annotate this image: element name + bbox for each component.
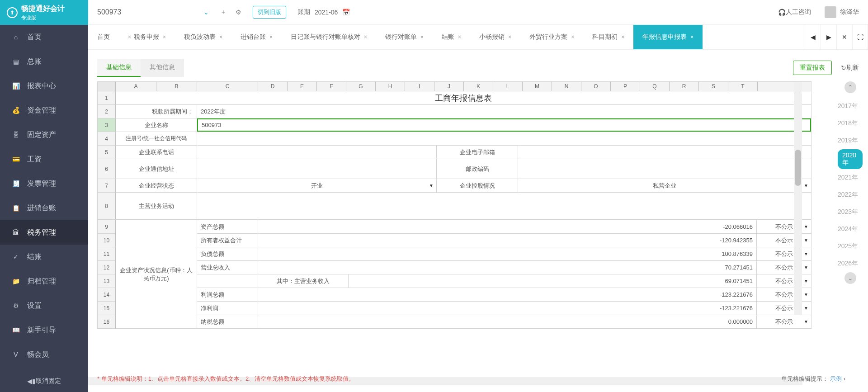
col-header[interactable]: B (156, 82, 197, 91)
status-select[interactable]: 开业▼ (197, 179, 437, 192)
nav-psi[interactable]: 📋进销台账 (0, 196, 88, 220)
nav-settings[interactable]: ⚙设置 (0, 293, 88, 318)
fin-value[interactable]: 70.271451 (258, 261, 757, 274)
fin-value[interactable]: 100.876339 (258, 247, 757, 260)
disclosure-select[interactable]: 不公示▼ (757, 288, 811, 301)
avatar[interactable] (825, 6, 836, 18)
tab-结账[interactable]: 结账× (433, 25, 470, 49)
nav-home[interactable]: ⌂首页 (0, 25, 88, 49)
calendar-icon[interactable]: 📅 (342, 9, 350, 16)
fin-value[interactable]: -120.942355 (258, 234, 757, 247)
disclosure-select[interactable]: 不公示▼ (757, 220, 811, 233)
tab-日记账与银行对账单核对[interactable]: 日记账与银行对账单核对× (282, 25, 376, 49)
nav-guide[interactable]: 📖新手引导 (0, 318, 88, 342)
year-down-icon[interactable]: ⌄ (844, 272, 856, 284)
example-link[interactable]: 示例 (830, 375, 842, 382)
year-option[interactable]: 2019年 (838, 132, 863, 149)
close-icon[interactable]: × (458, 34, 461, 40)
disclosure-select[interactable]: 不公示▼ (757, 302, 811, 315)
phone-input[interactable] (197, 146, 437, 159)
close-icon[interactable]: × (128, 34, 131, 40)
close-icon[interactable]: × (690, 34, 693, 40)
nav-tax[interactable]: 🏛税务管理 (0, 220, 88, 245)
col-header[interactable]: C (197, 82, 258, 91)
col-header[interactable]: R (670, 82, 699, 91)
rebuild-button[interactable]: 重置报表 (793, 61, 832, 75)
nav-archive[interactable]: 📁归档管理 (0, 269, 88, 293)
year-up-icon[interactable]: ⌃ (844, 81, 856, 93)
close-icon[interactable]: × (219, 34, 222, 40)
fin-value[interactable]: 0.000000 (258, 315, 757, 328)
tab-年报信息申报表[interactable]: 年报信息申报表× (633, 25, 703, 49)
tab-小畅报销[interactable]: 小畅报销× (470, 25, 520, 49)
disclosure-select[interactable]: 不公示▼ (757, 234, 811, 247)
close-icon[interactable]: × (508, 34, 511, 40)
username[interactable]: 徐泽华 (840, 8, 859, 16)
gear-icon[interactable]: ⚙ (236, 9, 241, 16)
tab-scroll-right[interactable]: ▶ (821, 25, 836, 49)
consult-button[interactable]: 🎧 人工咨询 (778, 8, 811, 16)
year-option[interactable]: 2023年 (838, 203, 863, 221)
nav-salary[interactable]: 💳工资 (0, 147, 88, 171)
company-name-input[interactable]: 500973 (197, 118, 811, 132)
subtab-other[interactable]: 其他信息 (141, 59, 184, 77)
doc-dropdown-icon[interactable]: ⌄ (203, 9, 209, 16)
close-icon[interactable]: × (621, 34, 624, 40)
close-icon[interactable]: × (163, 34, 166, 40)
nav-ledger[interactable]: ▤总账 (0, 49, 88, 74)
holding-select[interactable]: 私营企业▼ (518, 179, 811, 192)
old-version-button[interactable]: 切到旧版 (253, 6, 286, 19)
address-input[interactable] (197, 159, 437, 179)
year-option[interactable]: 2025年 (838, 238, 863, 255)
year-option[interactable]: 2022年 (838, 186, 863, 203)
tab-进销台账[interactable]: 进销台账× (231, 25, 282, 49)
col-header[interactable]: Q (640, 82, 670, 91)
col-header[interactable]: O (581, 82, 611, 91)
year-option[interactable]: 2017年 (838, 98, 863, 115)
nav-report[interactable]: 📊报表中心 (0, 74, 88, 98)
fin-value[interactable]: -20.066016 (258, 220, 757, 233)
tab-scroll-left[interactable]: ◀ (805, 25, 821, 49)
col-header[interactable]: M (523, 82, 552, 91)
disclosure-select[interactable]: 不公示▼ (757, 274, 811, 288)
col-header[interactable]: E (288, 82, 317, 91)
vertical-scrollbar[interactable] (794, 82, 802, 315)
main-biz-input[interactable] (197, 193, 811, 219)
fin-value[interactable]: 69.071451 (349, 274, 757, 288)
col-header[interactable]: T (728, 82, 758, 91)
fin-value[interactable]: -123.221676 (258, 288, 757, 301)
tab-科目期初[interactable]: 科目期初× (583, 25, 633, 49)
tab-税负波动表[interactable]: 税负波动表× (175, 25, 231, 49)
close-icon[interactable]: × (269, 34, 273, 40)
add-icon[interactable]: ＋ (220, 8, 226, 16)
col-header[interactable]: A (116, 82, 156, 91)
col-header[interactable]: L (493, 82, 523, 91)
tab-银行对账单[interactable]: 银行对账单× (376, 25, 433, 49)
year-option[interactable]: 2024年 (838, 221, 863, 238)
nav-fund[interactable]: 💰资金管理 (0, 98, 88, 123)
col-header[interactable]: J (434, 82, 464, 91)
nav-vip[interactable]: V畅会员 (0, 342, 88, 367)
tab-首页[interactable]: 首页 (88, 25, 119, 49)
col-header[interactable]: H (376, 82, 405, 91)
disclosure-select[interactable]: 不公示▼ (757, 247, 811, 260)
subtab-basic[interactable]: 基础信息 (97, 59, 141, 77)
fin-value[interactable]: -123.221676 (258, 302, 757, 315)
disclosure-select[interactable]: 不公示▼ (757, 315, 811, 328)
year-option[interactable]: 2020年 (838, 149, 863, 169)
year-option[interactable]: 2021年 (838, 169, 863, 186)
close-icon[interactable]: × (420, 34, 424, 40)
spreadsheet[interactable]: ABCDEFGHIJKLMNOPQRST 1工商年报信息表 2 税款所属期间： … (97, 81, 811, 329)
close-icon[interactable]: × (571, 34, 574, 40)
col-header[interactable]: S (699, 82, 728, 91)
col-header[interactable]: I (405, 82, 434, 91)
nav-asset[interactable]: 🗄固定资产 (0, 123, 88, 147)
postcode-input[interactable] (518, 159, 811, 179)
nav-close[interactable]: ✓结账 (0, 245, 88, 269)
tab-close-all[interactable]: ✕ (836, 25, 852, 49)
close-icon[interactable]: × (364, 34, 367, 40)
doc-number[interactable]: 500973 (97, 8, 197, 16)
nav-invoice[interactable]: 🧾发票管理 (0, 171, 88, 196)
col-header[interactable]: K (464, 82, 493, 91)
col-header[interactable]: D (258, 82, 288, 91)
